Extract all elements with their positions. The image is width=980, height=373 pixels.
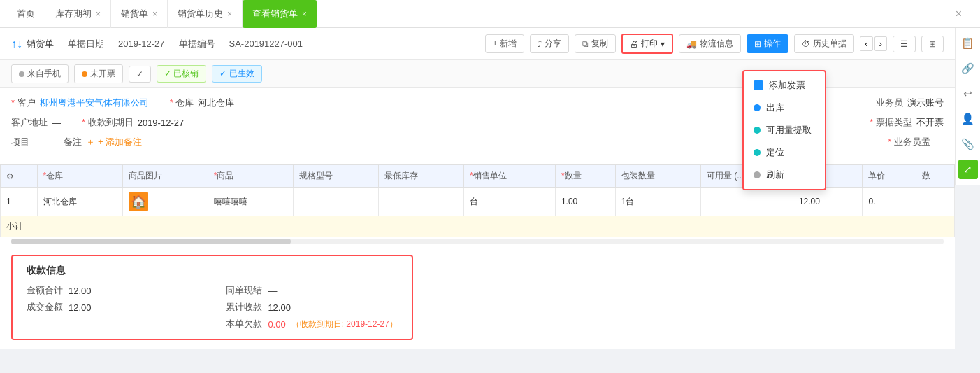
payment-info-title: 收款信息 bbox=[27, 265, 398, 277]
table-row: 1 河北仓库 🏠 嘻嘻嘻嘻 台 1.00 1台 bbox=[1, 188, 955, 216]
tab-home[interactable]: 首页 bbox=[7, 0, 45, 28]
doc-icon: ↑↓ bbox=[11, 38, 22, 50]
row-num: 1 bbox=[1, 188, 38, 216]
row-warehouse: 河北仓库 bbox=[37, 188, 122, 216]
sidebar-icon-attach[interactable]: 📎 bbox=[958, 134, 978, 154]
close-view-sales[interactable]: × bbox=[302, 9, 307, 19]
address-label: 客户地址 bbox=[11, 116, 48, 129]
logistics-button[interactable]: 🚚 物流信息 bbox=[679, 34, 741, 53]
payment-date-label: 收款到期日 bbox=[82, 116, 134, 129]
refresh-icon bbox=[754, 171, 761, 178]
sidebar-icon-link[interactable]: 🔗 bbox=[958, 59, 978, 78]
tab-sales-order[interactable]: 销货单 × bbox=[111, 0, 168, 28]
row-extra bbox=[916, 188, 955, 216]
tab-sales-history[interactable]: 销货单历史 × bbox=[168, 0, 243, 28]
sidebar-icon-user[interactable]: 👤 bbox=[958, 109, 978, 129]
history-icon: ⏱ bbox=[802, 39, 810, 49]
warehouse-field: 仓库 河北仓库 bbox=[170, 97, 235, 109]
row-stock: 12.00 bbox=[793, 188, 863, 216]
tab-inventory-init[interactable]: 库存期初 × bbox=[45, 0, 111, 28]
bottom-section: 收款信息 金额合计 12.00 同单现结 — 成交金额 12.00 bbox=[0, 246, 955, 349]
add-note-button[interactable]: ＋ + 添加备注 bbox=[86, 136, 142, 148]
cancelled-tag[interactable]: ✓ 已核销 bbox=[157, 65, 206, 83]
sidebar-icon-clipboard[interactable]: 📋 bbox=[958, 34, 978, 53]
ticket-type-value: 不开票 bbox=[916, 116, 944, 129]
row-min-stock bbox=[378, 188, 463, 216]
col-more: 数 bbox=[916, 165, 955, 188]
customer-value[interactable]: 柳州粤港平安气体有限公司 bbox=[40, 97, 149, 109]
deal-amount-value: 12.00 bbox=[69, 302, 92, 313]
salesperson-value: — bbox=[935, 137, 944, 148]
print-button[interactable]: 🖨 打印 ▾ bbox=[621, 34, 673, 54]
warehouse-out-item[interactable]: 出库 bbox=[744, 97, 825, 119]
next-button[interactable]: › bbox=[874, 36, 887, 51]
row-available bbox=[700, 188, 793, 216]
subtotal-label: 小计 bbox=[1, 216, 955, 237]
locate-icon bbox=[754, 149, 761, 156]
grid-view-button[interactable]: ☰ bbox=[893, 36, 916, 52]
add-invoice-item[interactable]: 添加发票 bbox=[744, 74, 825, 97]
payment-date-value: 2019-12-27 bbox=[138, 118, 185, 128]
row-product-img: 🏠 bbox=[122, 188, 208, 216]
col-product-img: 商品图片 bbox=[122, 165, 208, 188]
doc-title-text: 销货单 bbox=[27, 38, 54, 50]
subtotal-row: 小计 bbox=[1, 216, 955, 237]
locate-item[interactable]: 定位 bbox=[744, 141, 825, 164]
operate-dropdown: 添加发票 出库 可用量提取 定位 刷新 bbox=[742, 70, 826, 190]
note-field: 备注 ＋ + 添加备注 bbox=[64, 136, 142, 148]
amount-total-row: 金额合计 12.00 bbox=[27, 284, 198, 297]
current-due-extra: （收款到期日: 2019-12-27） bbox=[291, 318, 398, 330]
copy-button[interactable]: ⧉ 复制 bbox=[575, 34, 616, 53]
operate-button[interactable]: ⊞ 操作 bbox=[747, 34, 788, 53]
employee-field: 业务员 演示账号 bbox=[876, 97, 944, 109]
col-spec: 规格型号 bbox=[293, 165, 378, 188]
operate-icon: ⊞ bbox=[754, 39, 761, 49]
history-button[interactable]: ⏱ 历史单据 bbox=[794, 34, 854, 53]
col-gear[interactable]: ⚙ bbox=[1, 165, 38, 188]
share-button[interactable]: ⤴ 分享 bbox=[530, 34, 569, 53]
ticket-type-field: 票据类型 不开票 bbox=[870, 116, 944, 129]
warehouse-out-icon bbox=[754, 104, 761, 111]
doc-header: ↑↓ 销货单 单据日期 2019-12-27 单据编号 SA-20191227-… bbox=[0, 28, 955, 60]
new-button[interactable]: + 新增 bbox=[485, 34, 524, 53]
available-qty-item[interactable]: 可用量提取 bbox=[744, 119, 825, 141]
print-icon: 🖨 bbox=[630, 39, 638, 49]
logistics-icon: 🚚 bbox=[686, 39, 697, 49]
row-product: 嘻嘻嘻嘻 bbox=[208, 188, 293, 216]
print-dropdown-arrow: ▾ bbox=[661, 39, 665, 49]
effective-tag[interactable]: ✓ 已生效 bbox=[212, 65, 261, 83]
doc-date-value: 2019-12-27 bbox=[118, 38, 165, 49]
tab-view-sales[interactable]: 查看销货单 × bbox=[243, 0, 317, 28]
sidebar-icon-return[interactable]: ↩ bbox=[958, 84, 978, 104]
scrollbar-thumb[interactable] bbox=[11, 239, 291, 244]
settings-icon: ⚙ bbox=[6, 171, 14, 181]
sidebar-icon-expand[interactable]: ⤢ bbox=[958, 160, 978, 179]
tab-bar: 首页 库存期初 × 销货单 × 销货单历史 × 查看销货单 × × bbox=[0, 0, 980, 28]
current-due-row: 本单欠款 0.00 （收款到期日: 2019-12-27） bbox=[226, 318, 397, 330]
list-view-button[interactable]: ⊞ bbox=[921, 36, 944, 52]
payment-date-field: 收款到期日 2019-12-27 bbox=[82, 116, 184, 129]
refresh-item[interactable]: 刷新 bbox=[744, 164, 825, 186]
cumulative-payment-label: 累计收款 bbox=[226, 301, 262, 314]
cumulative-payment-value: 12.00 bbox=[268, 302, 291, 313]
doc-number-value: SA-20191227-001 bbox=[229, 38, 303, 49]
prev-button[interactable]: ‹ bbox=[860, 36, 872, 51]
warehouse-value[interactable]: 河北仓库 bbox=[198, 97, 234, 109]
close-inventory-init[interactable]: × bbox=[96, 9, 101, 19]
row-price: 0. bbox=[863, 188, 916, 216]
close-sales-order[interactable]: × bbox=[152, 9, 157, 19]
same-order-settle-row: 同单现结 — bbox=[226, 284, 397, 297]
not-open-button[interactable]: 未开票 bbox=[74, 64, 123, 83]
from-phone-button[interactable]: 来自手机 bbox=[11, 64, 69, 83]
payment-info-rows: 金额合计 12.00 同单现结 — 成交金额 12.00 累计收款 12.00 bbox=[27, 284, 398, 330]
row-pack-qty: 1台 bbox=[615, 188, 700, 216]
deal-amount-label: 成交金额 bbox=[27, 301, 63, 314]
employee-value: 演示账号 bbox=[907, 97, 944, 109]
horizontal-scrollbar[interactable] bbox=[11, 239, 944, 244]
current-due-label: 本单欠款 bbox=[226, 318, 262, 330]
confirm-button[interactable]: ✓ bbox=[129, 66, 151, 83]
right-sidebar: 📋 🔗 ↩ 👤 📎 ⤢ bbox=[955, 28, 980, 185]
close-sales-history[interactable]: × bbox=[227, 9, 232, 19]
window-close-button[interactable]: × bbox=[944, 8, 973, 20]
deal-amount-row: 成交金额 12.00 bbox=[27, 301, 198, 314]
